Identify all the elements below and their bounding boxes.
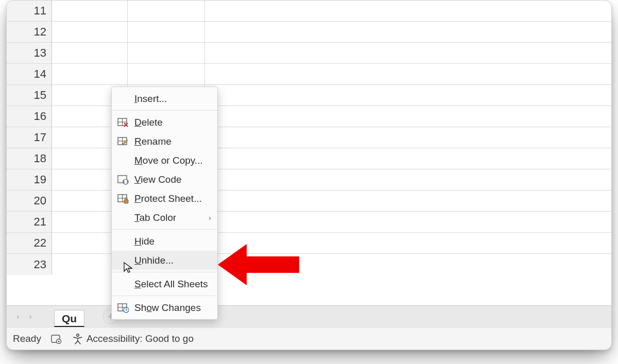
menu-separator	[112, 110, 217, 111]
grid-row[interactable]: 19	[7, 169, 611, 190]
row-header[interactable]: 20	[7, 190, 52, 211]
sheet-tab-active[interactable]: Qu	[54, 310, 84, 327]
menu-show-changes[interactable]: Show Changes	[112, 298, 217, 317]
grid-row[interactable]: 16	[7, 106, 611, 127]
blank-icon	[116, 93, 130, 105]
status-bar: Ready Accessibility: Good to go	[7, 327, 611, 350]
app-window: 11121314151617181920212223 ‹ › Qu + Read…	[6, 0, 612, 350]
menu-rename[interactable]: Rename	[112, 132, 217, 151]
menu-separator	[112, 272, 217, 272]
grid-row[interactable]: 23	[7, 254, 611, 275]
menu-separator	[112, 296, 217, 296]
menu-label: Insert...	[134, 93, 211, 105]
chevron-right-icon: ›	[209, 213, 211, 222]
svg-rect-15	[124, 200, 128, 203]
menu-select-all[interactable]: Select All Sheets	[112, 274, 217, 293]
grid-row[interactable]: 21	[7, 212, 611, 233]
sheet-nav: ‹ ›	[13, 306, 36, 327]
row-cells[interactable]	[52, 43, 611, 63]
grid-row[interactable]: 11	[7, 1, 611, 22]
menu-tab-color[interactable]: Tab Color›	[112, 208, 217, 227]
status-state: Ready	[13, 333, 41, 344]
grid-clock-icon	[116, 302, 130, 314]
menu-move-copy[interactable]: Move or Copy...	[112, 151, 217, 170]
row-header[interactable]: 14	[7, 64, 52, 84]
sheet-tab-label: Qu	[62, 313, 77, 325]
menu-label: Unhide...	[134, 255, 211, 266]
row-header[interactable]: 23	[7, 254, 52, 275]
grid-row[interactable]: 20	[7, 190, 611, 212]
row-header[interactable]: 11	[7, 1, 52, 21]
blank-icon	[116, 212, 130, 224]
grid-x-icon	[116, 116, 130, 129]
menu-label: Hide	[134, 236, 211, 247]
blank-icon	[116, 235, 130, 248]
grid-pencil-icon	[116, 135, 130, 148]
row-header[interactable]: 17	[7, 127, 52, 148]
sheet-nav-next[interactable]: ›	[25, 312, 36, 321]
grid-row[interactable]: 13	[7, 43, 611, 64]
sheet-nav-prev[interactable]: ‹	[13, 312, 23, 321]
accessibility-icon	[72, 333, 83, 344]
menu-label: Rename	[134, 136, 211, 147]
sheet-context-menu: Insert...DeleteRenameMove or Copy...View…	[111, 86, 218, 320]
row-cells[interactable]	[52, 1, 611, 21]
menu-separator	[112, 229, 217, 230]
menu-label: Protect Sheet...	[134, 193, 211, 204]
row-header[interactable]: 22	[7, 233, 52, 253]
grid-row[interactable]: 22	[7, 233, 611, 254]
row-header[interactable]: 13	[7, 43, 52, 63]
menu-label: Tab Color	[134, 212, 209, 223]
row-header[interactable]: 21	[7, 212, 52, 232]
sheet-tab-strip: ‹ › Qu +	[7, 305, 611, 327]
menu-label: Move or Copy...	[134, 155, 211, 166]
menu-protect-sheet[interactable]: Protect Sheet...	[112, 189, 217, 208]
menu-label: Delete	[134, 117, 211, 128]
code-icon	[116, 174, 130, 186]
svg-point-2	[58, 340, 59, 342]
svg-point-3	[77, 334, 79, 336]
row-cells[interactable]	[52, 64, 611, 84]
spreadsheet-grid[interactable]: 11121314151617181920212223	[7, 1, 611, 350]
row-header[interactable]: 16	[7, 106, 52, 127]
row-cells[interactable]	[52, 22, 611, 42]
menu-delete[interactable]: Delete	[112, 113, 217, 132]
row-header[interactable]: 18	[7, 148, 52, 169]
grid-row[interactable]: 18	[7, 148, 611, 169]
grid-row[interactable]: 15	[7, 85, 611, 106]
row-header[interactable]: 19	[7, 169, 52, 190]
blank-icon	[116, 278, 130, 290]
blank-icon	[116, 154, 130, 167]
grid-row[interactable]: 12	[7, 22, 611, 43]
grid-row[interactable]: 17	[7, 127, 611, 148]
accessibility-label: Accessibility: Good to go	[87, 333, 194, 344]
menu-hide[interactable]: Hide	[112, 232, 217, 251]
row-header[interactable]: 15	[7, 85, 52, 106]
menu-insert[interactable]: Insert...	[112, 89, 217, 108]
menu-label: Show Changes	[134, 302, 211, 314]
menu-label: Select All Sheets	[134, 279, 211, 290]
row-header[interactable]: 12	[7, 22, 52, 42]
menu-view-code[interactable]: View Code	[112, 170, 217, 189]
grid-lock-icon	[116, 193, 130, 205]
menu-unhide[interactable]: Unhide...	[112, 251, 217, 270]
svg-point-11	[123, 179, 128, 184]
blank-icon	[116, 254, 130, 267]
menu-label: View Code	[134, 174, 211, 185]
macro-record-icon[interactable]	[50, 333, 63, 345]
accessibility-status[interactable]: Accessibility: Good to go	[72, 333, 194, 344]
grid-row[interactable]: 14	[7, 64, 611, 85]
